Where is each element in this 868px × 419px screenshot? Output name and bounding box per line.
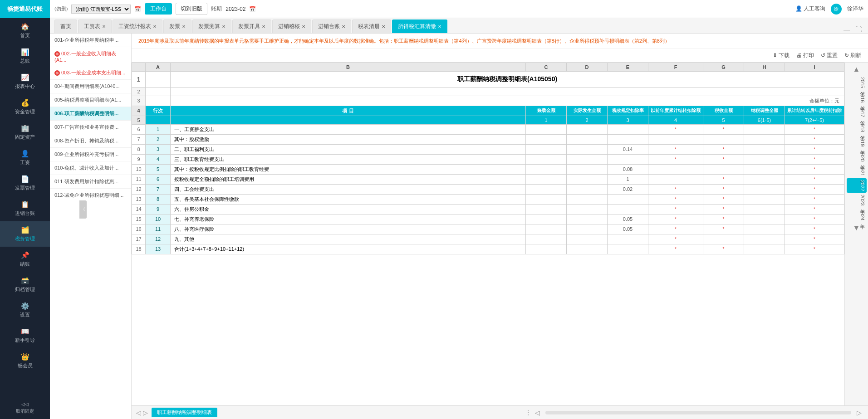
row-col5[interactable]: *	[703, 204, 744, 214]
row-col2[interactable]	[567, 234, 608, 244]
sidebar-item-settings[interactable]: ⚙️ 设置	[0, 297, 50, 323]
tab-invoice[interactable]: 发票✕	[163, 19, 191, 33]
row-col4[interactable]	[648, 174, 703, 184]
row-col6[interactable]	[744, 154, 785, 164]
row-col6[interactable]	[744, 234, 785, 244]
row-col4[interactable]: *	[648, 144, 703, 154]
more-sheets-btn[interactable]: ⋮	[523, 409, 533, 416]
tab-purchase-audit[interactable]: 进销稽核✕	[272, 19, 311, 33]
sidebar-item-home[interactable]: 🏠 首页	[0, 18, 50, 44]
row-col4[interactable]: *	[648, 194, 703, 204]
sidebar-unpin-btn[interactable]: ◁◁ 取消固定	[0, 397, 50, 419]
row-col7[interactable]: *	[785, 204, 844, 214]
row-col6[interactable]	[744, 184, 785, 194]
row-col5[interactable]: *	[703, 154, 744, 164]
file-item-004[interactable]: 004-期间费用明细表(A1040...	[50, 80, 131, 93]
row-col1[interactable]	[526, 214, 567, 224]
row-col5[interactable]: *	[703, 144, 744, 154]
tab-close-salary[interactable]: ✕	[102, 24, 106, 29]
tab-close-invoice[interactable]: ✕	[182, 24, 186, 29]
row-col2[interactable]	[567, 144, 608, 154]
row-col7[interactable]: *	[785, 194, 844, 204]
row-col1[interactable]	[526, 194, 567, 204]
file-item-011[interactable]: 011-研发费用加计扣除优惠...	[50, 175, 131, 189]
row-col6[interactable]	[744, 124, 785, 134]
row-col1[interactable]	[526, 164, 567, 174]
sidebar-item-tax[interactable]: 🗂️ 税务管理	[0, 221, 50, 247]
row-col6[interactable]	[744, 224, 785, 234]
file-item-005[interactable]: 005-纳税调整项目明细表(A1...	[50, 93, 131, 107]
file-item-006[interactable]: 006-职工薪酬纳税调整明细...	[50, 107, 131, 121]
tab-close-purchase-audit[interactable]: ✕	[302, 24, 305, 29]
file-item-003[interactable]: ⊗003-一般企业成本支出明细...	[50, 66, 131, 80]
tab-invoice-issue[interactable]: 发票开具✕	[232, 19, 271, 33]
tab-salary-stats[interactable]: 工资统计报表✕	[113, 19, 162, 33]
row-col7[interactable]: *	[785, 224, 844, 234]
row-col6[interactable]	[744, 214, 785, 224]
row-col1[interactable]	[526, 244, 567, 254]
row-col7[interactable]: *	[785, 154, 844, 164]
row-col2[interactable]	[567, 244, 608, 254]
tab-close-invoice-issue[interactable]: ✕	[262, 24, 265, 29]
row-col4[interactable]: *	[648, 234, 703, 244]
row-col4[interactable]: *	[648, 154, 703, 164]
row-col6[interactable]	[744, 244, 785, 254]
row-col6[interactable]	[744, 144, 785, 154]
row-col7[interactable]: *	[785, 234, 844, 244]
tab-close-salary-stats[interactable]: ✕	[153, 24, 157, 29]
help-link[interactable]: 👤 人工客询	[795, 5, 825, 13]
file-item-002[interactable]: ⊗002-一般企业收入明细表(A1...	[50, 47, 131, 66]
row-col4[interactable]: *	[648, 214, 703, 224]
sidebar-item-purchase-sales[interactable]: 📋 进销台账	[0, 196, 50, 221]
tab-close-invoice-calc[interactable]: ✕	[222, 24, 226, 29]
tab-tax-table[interactable]: 税表清册✕	[352, 19, 391, 33]
sidebar-item-archive[interactable]: 🗃️ 归档管理	[0, 272, 50, 297]
sidebar-item-ledger[interactable]: 📊 总账	[0, 44, 50, 69]
row-col5[interactable]: *	[703, 224, 744, 234]
horizontal-scrollbar[interactable]	[545, 411, 851, 414]
year-item[interactable]: 2022年	[847, 178, 867, 193]
tab-income-tax[interactable]: 所得税汇算清缴✕	[392, 19, 447, 33]
year-item[interactable]: 2019年	[847, 134, 867, 148]
year-item[interactable]: 2024年	[847, 208, 867, 222]
row-col7[interactable]: *	[785, 174, 844, 184]
print-btn[interactable]: 🖨 打印	[796, 52, 814, 59]
row-col5[interactable]: *	[703, 124, 744, 134]
refresh-btn[interactable]: ↻ 刷新	[844, 52, 861, 59]
year-scroll-up[interactable]: ▲	[852, 64, 861, 74]
row-col2[interactable]	[567, 174, 608, 184]
sheet-nav-left[interactable]: ◁	[136, 409, 141, 416]
file-item-010[interactable]: 010-免税、减计收入及加计...	[50, 161, 131, 175]
row-col6[interactable]	[744, 204, 785, 214]
row-col5[interactable]: *	[703, 184, 744, 194]
row-col6[interactable]	[744, 164, 785, 174]
row-col4[interactable]: *	[648, 204, 703, 214]
row-col2[interactable]	[567, 124, 608, 134]
row-col4[interactable]	[648, 164, 703, 174]
switch-old-button[interactable]: 切到旧版	[176, 3, 207, 15]
row-col4[interactable]: *	[648, 244, 703, 254]
sheet-nav-right[interactable]: ▷	[143, 409, 148, 416]
row-col2[interactable]	[567, 204, 608, 214]
row-col7[interactable]: *	[785, 244, 844, 254]
sidebar-item-guide[interactable]: 📖 新手引导	[0, 323, 50, 348]
tab-minimize-btn[interactable]: —	[842, 26, 852, 33]
row-col6[interactable]	[744, 194, 785, 204]
reset-btn[interactable]: ↺ 重置	[821, 52, 838, 59]
row-col5[interactable]	[703, 164, 744, 174]
sidebar-item-finance[interactable]: 💰 资金管理	[0, 94, 50, 120]
tab-invoice-calc[interactable]: 发票测算✕	[192, 19, 231, 33]
sidebar-item-reports[interactable]: 📈 报表中心	[0, 69, 50, 94]
row-col4[interactable]: *	[648, 124, 703, 134]
row-col1[interactable]	[526, 224, 567, 234]
company-select[interactable]: (勿删) 江西般宝-LSS	[71, 5, 131, 14]
row-col5[interactable]: *	[703, 194, 744, 204]
row-col5[interactable]	[703, 234, 744, 244]
row-col4[interactable]: *	[648, 224, 703, 234]
spreadsheet-container[interactable]: A B C D E F G H I	[132, 63, 844, 406]
row-col4[interactable]: *	[648, 184, 703, 194]
row-col1[interactable]	[526, 184, 567, 194]
year-item[interactable]: 2016年	[847, 90, 867, 104]
year-item[interactable]: 2020年	[847, 149, 867, 163]
row-col2[interactable]	[567, 134, 608, 144]
